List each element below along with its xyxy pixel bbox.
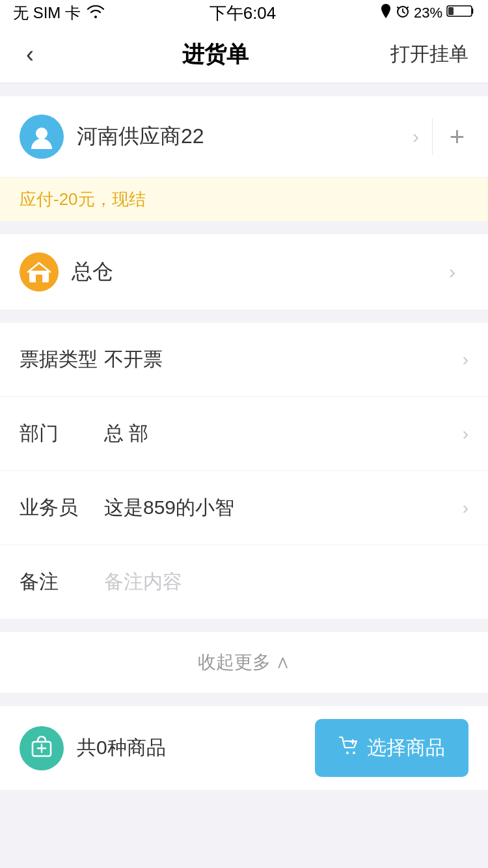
salesperson-label: 业务员 (20, 495, 104, 521)
svg-point-7 (346, 752, 349, 754)
add-supplier-button[interactable]: + (432, 118, 468, 155)
supplier-arrow-icon: › (413, 126, 419, 148)
product-icon (20, 726, 64, 770)
status-bar: 无 SIM 卡 下午6:04 23% (0, 0, 488, 26)
supplier-row[interactable]: 河南供应商22 › + (0, 96, 488, 178)
department-value: 总 部 (104, 420, 456, 447)
back-button[interactable]: ‹ (20, 36, 40, 73)
form-row-invoice-type[interactable]: 票据类型 不开票 › (0, 323, 488, 397)
cart-icon (338, 736, 359, 760)
notice-text: 应付-20元，现结 (20, 189, 146, 209)
form-row-remark[interactable]: 备注 备注内容 (0, 545, 488, 619)
svg-point-3 (36, 128, 47, 139)
remark-label: 备注 (20, 569, 104, 595)
location-icon (380, 3, 392, 23)
select-product-label: 选择商品 (367, 735, 445, 761)
supplier-name: 河南供应商22 (77, 122, 413, 151)
status-left: 无 SIM 卡 (13, 3, 105, 23)
warehouse-name: 总仓 (72, 258, 449, 286)
svg-rect-2 (448, 7, 454, 15)
nav-bar: ‹ 进货单 打开挂单 (0, 26, 488, 83)
main-background (0, 790, 488, 868)
supplier-avatar (20, 115, 64, 159)
carrier-label: 无 SIM 卡 (13, 3, 81, 23)
notice-bar: 应付-20元，现结 (0, 178, 488, 221)
invoice-type-arrow-icon: › (463, 349, 468, 370)
page-title: 进货单 (182, 40, 249, 70)
wifi-icon (86, 4, 105, 22)
battery-percent: 23% (414, 5, 442, 21)
select-product-button[interactable]: 选择商品 (315, 719, 468, 777)
form-row-department[interactable]: 部门 总 部 › (0, 397, 488, 471)
department-label: 部门 (20, 420, 104, 447)
invoice-type-label: 票据类型 (20, 346, 104, 373)
form-block: 票据类型 不开票 › 部门 总 部 › 业务员 这是859的小智 › 备注 备注… (0, 323, 488, 619)
collapse-label: 收起更多 ∧ (198, 652, 291, 672)
status-time: 下午6:04 (210, 2, 277, 25)
battery-icon (446, 4, 475, 22)
department-arrow-icon: › (463, 424, 468, 444)
status-right: 23% (380, 3, 475, 23)
product-count: 共0种商品 (77, 735, 302, 761)
section-gap-2 (0, 221, 488, 234)
warehouse-arrow-icon: › (449, 261, 455, 283)
alarm-icon (396, 4, 410, 22)
open-pending-button[interactable]: 打开挂单 (390, 41, 468, 68)
form-row-salesperson[interactable]: 业务员 这是859的小智 › (0, 471, 488, 545)
collapse-row[interactable]: 收起更多 ∧ (0, 632, 488, 693)
svg-rect-5 (36, 275, 42, 282)
svg-point-8 (353, 752, 355, 754)
warehouse-icon (20, 252, 59, 292)
salesperson-value: 这是859的小智 (104, 495, 456, 521)
section-gap-1 (0, 83, 488, 96)
bottom-toolbar: 共0种商品 选择商品 (0, 706, 488, 790)
invoice-type-value: 不开票 (104, 346, 456, 373)
remark-value[interactable]: 备注内容 (104, 569, 468, 595)
salesperson-arrow-icon: › (463, 498, 468, 519)
warehouse-row[interactable]: 总仓 › (0, 234, 488, 310)
